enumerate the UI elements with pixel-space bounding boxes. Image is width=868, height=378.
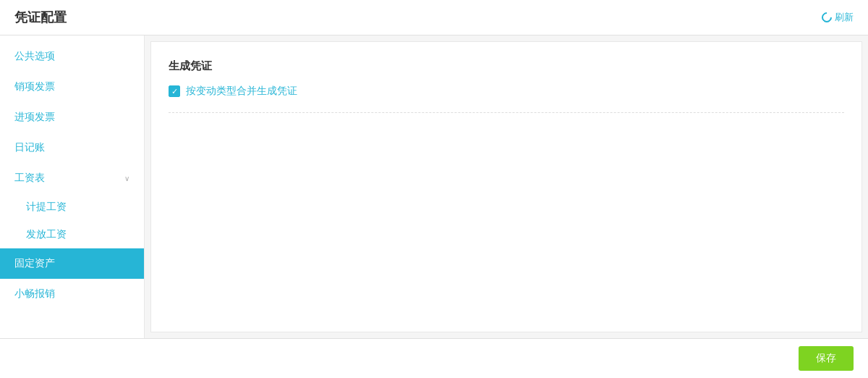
sidebar-item-fixed-assets[interactable]: 固定资产 bbox=[0, 248, 144, 279]
sidebar-item-payroll[interactable]: 工资表∨ bbox=[0, 163, 144, 193]
sidebar-item-label: 销项发票 bbox=[14, 80, 55, 93]
sidebar-item-label: 固定资产 bbox=[14, 257, 55, 270]
main-content: 生成凭证 ✓ 按变动类型合并生成凭证 bbox=[150, 41, 862, 332]
sidebar-item-journal[interactable]: 日记账 bbox=[0, 133, 144, 163]
section-divider bbox=[169, 112, 844, 113]
merge-type-checkbox[interactable]: ✓ bbox=[169, 85, 180, 97]
sidebar-item-public[interactable]: 公共选项 bbox=[0, 41, 144, 72]
chevron-down-icon: ∨ bbox=[124, 175, 129, 182]
sidebar-subitem-distribute[interactable]: 发放工资 bbox=[0, 221, 144, 248]
page-title: 凭证配置 bbox=[14, 9, 67, 26]
body-container: 公共选项销项发票进项发票日记账工资表∨计提工资发放工资固定资产小畅报销 生成凭证… bbox=[0, 35, 868, 338]
checkbox-label[interactable]: 按变动类型合并生成凭证 bbox=[186, 85, 297, 98]
sidebar-item-label: 工资表 bbox=[14, 172, 45, 185]
sidebar-item-label: 日记账 bbox=[14, 141, 45, 154]
sidebar-item-label: 进项发票 bbox=[14, 111, 55, 124]
sidebar-item-sales-invoice[interactable]: 销项发票 bbox=[0, 72, 144, 102]
sidebar: 公共选项销项发票进项发票日记账工资表∨计提工资发放工资固定资产小畅报销 bbox=[0, 35, 145, 338]
header: 凭证配置 刷新 bbox=[0, 0, 868, 35]
refresh-button[interactable]: 刷新 bbox=[822, 11, 854, 24]
save-button[interactable]: 保存 bbox=[799, 346, 854, 371]
refresh-icon bbox=[820, 10, 834, 25]
sidebar-item-label: 小畅报销 bbox=[14, 287, 55, 301]
sidebar-item-purchase-invoice[interactable]: 进项发票 bbox=[0, 102, 144, 133]
checkbox-row: ✓ 按变动类型合并生成凭证 bbox=[169, 85, 844, 98]
sidebar-item-expense[interactable]: 小畅报销 bbox=[0, 279, 144, 309]
sidebar-item-label: 公共选项 bbox=[14, 50, 55, 63]
footer: 保存 bbox=[0, 338, 868, 378]
section-title: 生成凭证 bbox=[169, 59, 844, 73]
refresh-label: 刷新 bbox=[835, 11, 854, 24]
sidebar-subitem-commission[interactable]: 计提工资 bbox=[0, 193, 144, 221]
checkmark-icon: ✓ bbox=[171, 88, 178, 96]
